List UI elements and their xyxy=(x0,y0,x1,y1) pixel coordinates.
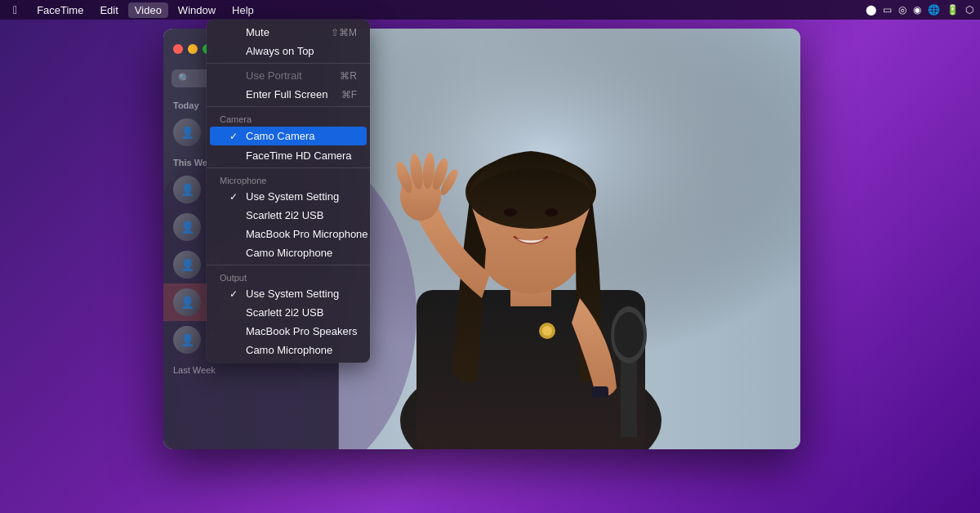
language-icon[interactable]: 🌐 xyxy=(928,4,940,16)
menu-item-facetime-hd[interactable]: FaceTime HD Camera xyxy=(207,146,370,165)
menu-bar:  FaceTime Edit Video Window Help ⬤ ▭ ◎ … xyxy=(0,0,980,20)
facetime-hd-label: FaceTime HD Camera xyxy=(246,149,352,162)
avatar: 👤 xyxy=(173,213,201,241)
headphones-icon[interactable]: ◎ xyxy=(898,4,906,16)
use-system-out-label: Use System Setting xyxy=(246,288,339,300)
menu-item-use-system-out[interactable]: ✓ Use System Setting xyxy=(207,284,370,303)
menu-item-macbook-speakers[interactable]: MacBook Pro Speakers xyxy=(207,322,370,341)
avatar: 👤 xyxy=(173,288,201,316)
wifi-icon[interactable]: ⬡ xyxy=(965,4,973,16)
airdrop-icon[interactable]: ▭ xyxy=(883,4,892,16)
avatar: 👤 xyxy=(173,251,201,279)
svg-point-18 xyxy=(614,312,644,358)
menu-item-use-portrait: Use Portrait ⌘R xyxy=(207,66,370,85)
avatar: 👤 xyxy=(173,176,201,203)
menu-bar-right: ⬤ ▭ ◎ ◉ 🌐 🔋 ⬡ xyxy=(866,4,973,16)
menu-item-enter-full-screen[interactable]: Enter Full Screen ⌘F xyxy=(207,85,370,104)
use-system-mic-label: Use System Setting xyxy=(246,190,339,203)
scarlett-mic-label: Scarlett 2i2 USB xyxy=(246,209,323,221)
svg-rect-21 xyxy=(592,386,608,398)
menu-item-camo-mic[interactable]: Camo Microphone xyxy=(207,243,370,262)
menu-window[interactable]: Window xyxy=(172,2,222,18)
menu-help[interactable]: Help xyxy=(225,2,261,18)
macbook-mic-label: MacBook Pro Microphone xyxy=(246,228,368,240)
menu-facetime[interactable]: FaceTime xyxy=(30,2,90,18)
scarlett-out-label: Scarlett 2i2 USB xyxy=(246,306,323,319)
svg-point-8 xyxy=(504,208,517,216)
menu-item-macbook-mic[interactable]: MacBook Pro Microphone xyxy=(207,225,370,243)
menu-video[interactable]: Video xyxy=(128,2,168,18)
separator xyxy=(207,265,370,265)
avatar: 👤 xyxy=(173,326,201,354)
microphone-section-label: Microphone xyxy=(207,171,370,187)
full-screen-shortcut: ⌘F xyxy=(341,89,357,100)
mute-label: Mute xyxy=(246,26,270,38)
menu-item-scarlett-out[interactable]: Scarlett 2i2 USB xyxy=(207,303,370,322)
checkmark-icon: ✓ xyxy=(229,191,241,203)
enter-full-screen-label: Enter Full Screen xyxy=(246,88,327,100)
menu-item-camo-camera[interactable]: ✓ Camo Camera xyxy=(210,127,367,145)
menu-item-mute[interactable]: Mute ⇧⌘M xyxy=(207,23,370,42)
search-icon: 🔍 xyxy=(178,73,190,84)
video-dropdown-menu: Mute ⇧⌘M Always on Top Use Portrait ⌘R E… xyxy=(207,20,370,363)
always-on-top-label: Always on Top xyxy=(246,45,314,57)
use-portrait-label: Use Portrait xyxy=(246,69,302,82)
separator xyxy=(207,106,370,107)
menu-item-always-on-top[interactable]: Always on Top xyxy=(207,42,370,60)
menu-item-scarlett-mic[interactable]: Scarlett 2i2 USB xyxy=(207,206,370,225)
macbook-speakers-label: MacBook Pro Speakers xyxy=(246,325,358,337)
minimize-button[interactable] xyxy=(188,44,198,54)
audio-icon[interactable]: ◉ xyxy=(913,4,921,16)
avatar: 👤 xyxy=(173,118,201,146)
menu-bar-left:  FaceTime Edit Video Window Help xyxy=(7,2,261,18)
checkmark-icon: ✓ xyxy=(229,131,241,142)
battery-icon: 🔋 xyxy=(947,4,959,16)
menu-edit[interactable]: Edit xyxy=(93,2,124,18)
separator xyxy=(207,167,370,168)
mute-shortcut: ⇧⌘M xyxy=(331,27,357,38)
camera-section-label: Camera xyxy=(207,109,370,126)
camo-out-label: Camo Microphone xyxy=(246,344,332,356)
close-button[interactable] xyxy=(173,44,183,54)
menu-item-camo-out[interactable]: Camo Microphone xyxy=(207,341,370,359)
menu-item-use-system-mic[interactable]: ✓ Use System Setting xyxy=(207,187,370,206)
spotlight-icon[interactable]: ⬤ xyxy=(866,4,876,16)
checkmark-icon: ✓ xyxy=(229,288,241,300)
separator xyxy=(207,63,370,64)
svg-point-20 xyxy=(542,326,552,336)
camo-mic-label: Camo Microphone xyxy=(246,247,332,259)
camo-camera-label: Camo Camera xyxy=(246,130,315,142)
output-section-label: Output xyxy=(207,268,370,284)
svg-point-9 xyxy=(545,208,558,216)
use-portrait-shortcut: ⌘R xyxy=(340,70,357,82)
apple-logo-icon[interactable]:  xyxy=(7,3,24,16)
